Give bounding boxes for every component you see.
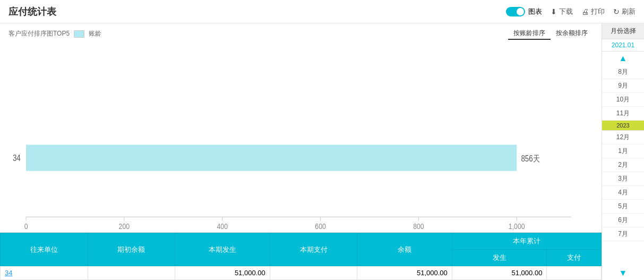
sidebar-month-item[interactable]: 8月: [602, 65, 644, 79]
sidebar-months-list: 8月9月10月11月202312月1月2月3月4月5月6月7月: [602, 65, 644, 266]
print-button[interactable]: 打印: [581, 7, 605, 16]
th-balance: 余额: [357, 233, 452, 266]
th-vendor: 往来单位: [1, 233, 88, 266]
print-icon: [581, 7, 589, 16]
sidebar-month-item[interactable]: 12月: [602, 131, 644, 145]
svg-text:34: 34: [13, 154, 21, 163]
app-header: 应付统计表 图表 下载 打印 刷新: [0, 0, 644, 23]
download-button[interactable]: 下载: [551, 7, 573, 16]
sidebar-month-item[interactable]: 6月: [602, 214, 644, 227]
chart-svg: 34 856天 0 200 400 600 800 1,000: [4, 46, 593, 230]
sidebar-scroll: ▲ 8月9月10月11月202312月1月2月3月4月5月6月7月 ▼: [602, 52, 644, 280]
toggle-label: 图表: [528, 7, 542, 16]
sidebar-up-button[interactable]: ▲: [602, 52, 644, 65]
th-current-occur: 本期发生: [175, 233, 270, 266]
svg-text:0: 0: [24, 222, 28, 230]
sidebar-month-item[interactable]: 4月: [602, 186, 644, 200]
sidebar-month-item[interactable]: 10月: [602, 93, 644, 107]
sidebar-month-item[interactable]: 2月: [602, 158, 644, 172]
sidebar-month-item[interactable]: 1月: [602, 145, 644, 158]
legend-label: 账龄: [89, 29, 101, 38]
th-ytd: 本年累计: [452, 233, 601, 250]
data-table: 往来单位 期初余额 本期发生 本期支付 余额 本年累计 发生 支付: [0, 233, 602, 280]
header-actions: 图表 下载 打印 刷新: [506, 7, 636, 16]
sidebar-year-label: 2023: [602, 121, 644, 131]
th-current-pay: 本期支付: [270, 233, 357, 266]
sidebar-header: 月份选择: [602, 23, 644, 39]
chart-header: 客户应付排序图TOP5 账龄 按账龄排序 按余额排序: [0, 23, 602, 42]
th-opening: 期初余额: [88, 233, 175, 266]
cell-ytd-pay: [547, 266, 602, 280]
chart-toggle[interactable]: [506, 7, 525, 16]
svg-text:1,000: 1,000: [509, 222, 525, 230]
sidebar-month-item[interactable]: 7月: [602, 227, 644, 241]
sidebar-month-item[interactable]: 9月: [602, 79, 644, 93]
th-ytd-occur: 发生: [452, 250, 547, 266]
cell-vendor[interactable]: 34: [1, 266, 88, 280]
right-sidebar: 月份选择 2021.01 ▲ 8月9月10月11月202312月1月2月3月4月…: [602, 23, 644, 280]
legend-title: 客户应付排序图TOP5: [8, 29, 70, 38]
page-title: 应付统计表: [8, 5, 56, 18]
sidebar-date-display[interactable]: 2021.01: [602, 39, 644, 52]
sidebar-month-item[interactable]: 3月: [602, 172, 644, 186]
svg-text:400: 400: [217, 222, 228, 230]
th-ytd-pay: 支付: [547, 250, 602, 266]
chart-panel: 客户应付排序图TOP5 账龄 按账龄排序 按余额排序 34 856天: [0, 23, 602, 280]
cell-ytd-occur: 51,000.00: [452, 266, 547, 280]
table-row: 34 51,000.00 51,000.00 51,000.00: [1, 266, 602, 280]
table-area: 往来单位 期初余额 本期发生 本期支付 余额 本年累计 发生 支付: [0, 232, 602, 280]
sort-tabs: 按账龄排序 按余额排序: [508, 28, 593, 40]
main-content: 客户应付排序图TOP5 账龄 按账龄排序 按余额排序 34 856天: [0, 23, 644, 280]
refresh-button[interactable]: 刷新: [613, 7, 636, 16]
chart-legend: 客户应付排序图TOP5 账龄: [8, 29, 101, 38]
print-label: 打印: [591, 7, 605, 16]
sidebar-month-item[interactable]: 5月: [602, 200, 644, 214]
cell-balance: 51,000.00: [357, 266, 452, 280]
chart-area: 34 856天 0 200 400 600 800 1,000: [0, 42, 602, 232]
svg-text:856天: 856天: [521, 154, 540, 163]
sort-tab-age[interactable]: 按账龄排序: [508, 28, 551, 40]
svg-text:200: 200: [119, 222, 130, 230]
sidebar-month-item[interactable]: 11月: [602, 107, 644, 121]
chart-toggle-wrap: 图表: [506, 7, 542, 16]
download-label: 下载: [559, 7, 573, 16]
legend-box: [74, 30, 84, 38]
refresh-icon: [613, 7, 620, 16]
download-icon: [551, 7, 557, 16]
cell-opening: [88, 266, 175, 280]
sidebar-down-button[interactable]: ▼: [602, 266, 644, 280]
bar-34: [26, 145, 517, 171]
svg-text:600: 600: [315, 222, 326, 230]
svg-text:800: 800: [413, 222, 424, 230]
sort-tab-balance[interactable]: 按余额排序: [551, 28, 593, 40]
refresh-label: 刷新: [622, 7, 636, 16]
cell-current-occur: 51,000.00: [175, 266, 270, 280]
cell-current-pay: [270, 266, 357, 280]
